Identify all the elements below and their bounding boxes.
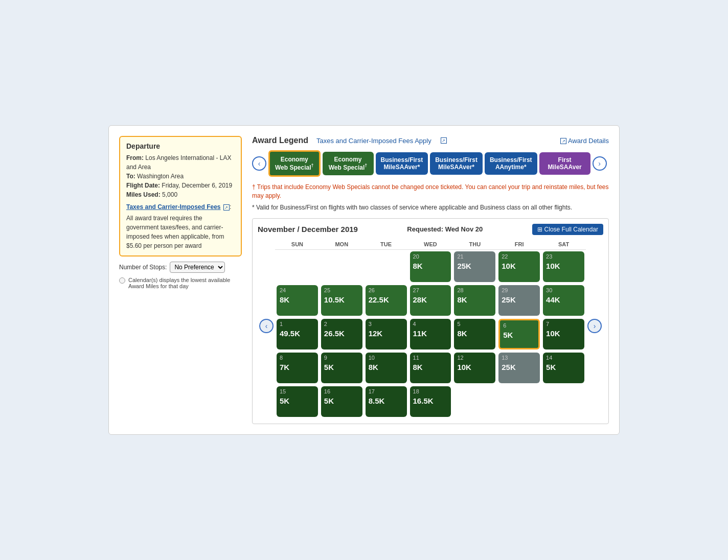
cell-day: 20 <box>413 253 419 260</box>
cell-day: 16 <box>324 388 330 394</box>
cell-day: 8 <box>280 355 283 361</box>
cell-miles: 10.5K <box>324 295 345 304</box>
award-details-icon: ↗ <box>560 138 566 144</box>
award-legend-title: Award Legend <box>252 136 308 145</box>
table-row <box>364 249 408 284</box>
table-row[interactable]: 108K <box>364 351 408 385</box>
stops-select[interactable]: No Preference Nonstop Only 1 Stop or Les… <box>170 262 225 273</box>
table-row[interactable]: 2125K <box>452 249 497 284</box>
cell-day: 26 <box>369 287 375 293</box>
table-row[interactable]: 65K <box>497 317 541 351</box>
col-sun: SUN <box>275 239 320 250</box>
flight-date-value: Friday, December 6, 2019 <box>162 182 232 189</box>
cell-miles: 5K <box>280 396 289 405</box>
award-tab-1[interactable]: EconomyWeb Special† <box>323 152 374 175</box>
cell-day: 2 <box>324 321 327 327</box>
cell-miles: 8K <box>413 363 423 371</box>
table-row <box>275 249 320 284</box>
cell-day: 9 <box>324 355 327 361</box>
prev-tab-button[interactable]: ‹ <box>252 156 266 171</box>
close-calendar-button[interactable]: ⊞ Close Full Calendar <box>532 224 603 235</box>
table-row[interactable]: 165K <box>320 385 364 418</box>
cell-day: 1 <box>280 321 283 327</box>
cell-day: 23 <box>546 253 552 260</box>
next-tab-button[interactable]: › <box>593 156 607 171</box>
table-row[interactable]: 226.5K <box>320 317 364 351</box>
cell-day: 28 <box>457 287 463 293</box>
cell-day: 11 <box>413 355 419 361</box>
right-panel: Award Legend Taxes and Carrier-Imposed F… <box>252 136 609 424</box>
taxes-ext-icon: ↗ <box>441 137 447 144</box>
table-row[interactable]: 208K <box>408 249 453 284</box>
next-month-button[interactable]: › <box>587 319 602 333</box>
main-container: Departure From: Los Angeles Internationa… <box>108 125 620 434</box>
cell-day: 3 <box>369 321 372 327</box>
miles-row: Miles Used: 5,000 <box>126 190 235 199</box>
award-tab-4[interactable]: Business/FirstAAnytime* <box>485 152 537 175</box>
table-row[interactable]: 288K <box>452 284 497 317</box>
cell-day: 27 <box>413 287 419 293</box>
table-row[interactable]: 3044K <box>541 284 586 317</box>
cell-day: 7 <box>546 321 549 327</box>
cell-miles: 8K <box>457 329 467 338</box>
table-row[interactable]: 95K <box>320 351 364 385</box>
cell-day: 10 <box>369 355 375 361</box>
cell-day: 15 <box>280 388 286 394</box>
table-row[interactable]: 2622.5K <box>364 284 408 317</box>
cell-miles: 7K <box>280 363 289 371</box>
miles-value: 5,000 <box>162 191 177 198</box>
col-thu: THU <box>452 239 497 250</box>
calendar-day-headers: SUN MON TUE WED THU FRI SAT <box>258 239 603 250</box>
table-row[interactable]: 1816.5K <box>408 385 453 418</box>
cell-miles: 8.5K <box>369 396 385 405</box>
award-tab-3[interactable]: Business/FirstMileSAAver* <box>430 152 483 175</box>
col-wed: WED <box>408 239 453 250</box>
table-row[interactable]: 248K <box>275 284 320 317</box>
calendar-week-2: ‹149.5K226.5K312K411K58K65K710K› <box>258 317 603 351</box>
award-tab-0[interactable]: EconomyWeb Special† <box>268 150 321 177</box>
external-link-icon: ↗ <box>223 204 230 211</box>
table-row[interactable]: 149.5K <box>275 317 320 351</box>
cell-day: 6 <box>503 322 506 329</box>
table-row[interactable]: 118K <box>408 351 453 385</box>
cell-miles: 8K <box>280 295 289 304</box>
table-row[interactable]: 178.5K <box>364 385 408 418</box>
cell-day: 24 <box>280 287 286 293</box>
table-row[interactable]: 58K <box>452 317 497 351</box>
cell-day: 14 <box>546 355 552 361</box>
flight-date-row: Flight Date: Friday, December 6, 2019 <box>126 181 235 190</box>
cell-miles: 25K <box>502 295 516 304</box>
calendar-note-text: Calendar(s) displays the lowest availabl… <box>128 277 242 289</box>
table-row[interactable]: 145K <box>541 351 586 385</box>
table-row[interactable]: 710K <box>541 317 586 351</box>
award-details-link[interactable]: ↗ Award Details <box>559 137 609 145</box>
table-row[interactable]: 2925K <box>497 284 541 317</box>
table-row[interactable]: 2728K <box>408 284 453 317</box>
cell-day: 5 <box>457 321 460 327</box>
award-tab-5[interactable]: FirstMileSAAver <box>539 152 590 175</box>
table-row[interactable]: 312K <box>364 317 408 351</box>
award-header-left: Award Legend Taxes and Carrier-Imposed F… <box>252 136 447 145</box>
table-row[interactable]: 411K <box>408 317 453 351</box>
cell-day: 30 <box>546 287 552 293</box>
table-row[interactable]: 1325K <box>497 351 541 385</box>
calendar-header: November / December 2019 Requested: Wed … <box>258 224 603 235</box>
cell-miles: 28K <box>413 295 427 304</box>
table-row[interactable]: 87K <box>275 351 320 385</box>
cell-miles: 5K <box>324 396 334 405</box>
prev-month-button[interactable]: ‹ <box>259 319 274 333</box>
award-tab-2[interactable]: Business/FirstMileSAAver* <box>376 152 428 175</box>
table-row[interactable]: 2310K <box>541 249 586 284</box>
table-row[interactable]: 2210K <box>497 249 541 284</box>
table-row[interactable]: 155K <box>275 385 320 418</box>
cell-miles: 16.5K <box>413 396 434 405</box>
cell-miles: 5K <box>324 363 334 371</box>
award-tabs: ‹ EconomyWeb Special† EconomyWeb Special… <box>252 150 609 177</box>
cell-day: 29 <box>502 287 508 293</box>
table-row[interactable]: 1210K <box>452 351 497 385</box>
col-sat: SAT <box>541 239 586 250</box>
taxes-link[interactable]: Taxes and Carrier-Imposed Fees Apply <box>316 137 431 145</box>
table-row[interactable]: 2510.5K <box>320 284 364 317</box>
cell-miles: 44K <box>546 295 560 304</box>
fees-link[interactable]: Taxes and Carrier-Imposed Fees <box>126 203 221 211</box>
